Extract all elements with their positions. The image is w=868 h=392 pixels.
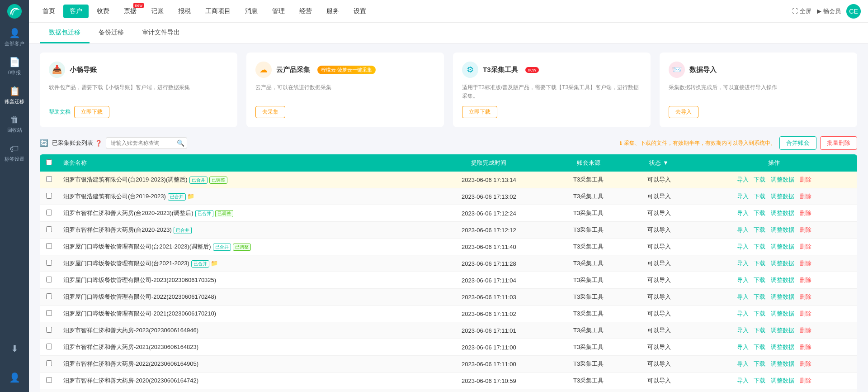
import-action[interactable]: 导入 xyxy=(735,310,750,317)
adjust-action[interactable]: 调整数据 xyxy=(769,193,796,200)
delete-action[interactable]: 删除 xyxy=(798,243,813,250)
download-t3-button[interactable]: 立即下载 xyxy=(462,106,497,118)
import-action[interactable]: 导入 xyxy=(735,293,750,300)
nav-business[interactable]: 工商项目 xyxy=(199,5,237,18)
download-action[interactable]: 下载 xyxy=(752,210,767,216)
adjust-action[interactable]: 调整数据 xyxy=(769,176,796,183)
delete-action[interactable]: 删除 xyxy=(798,193,813,200)
row-checkbox[interactable] xyxy=(46,176,52,182)
tab-data-migration[interactable]: 数据包迁移 xyxy=(40,23,90,43)
search-icon[interactable]: 🔍 xyxy=(177,139,184,147)
nav-settings[interactable]: 设置 xyxy=(347,5,373,18)
row-checkbox[interactable] xyxy=(46,226,52,232)
import-action[interactable]: 导入 xyxy=(735,260,750,267)
download-action[interactable]: 下载 xyxy=(752,360,767,367)
delete-action[interactable]: 删除 xyxy=(798,176,813,183)
adjust-action[interactable]: 调整数据 xyxy=(769,344,796,350)
nav-invoice[interactable]: 票据 new xyxy=(118,5,143,18)
adjust-action[interactable]: 调整数据 xyxy=(769,360,796,367)
delete-action[interactable]: 删除 xyxy=(798,277,813,283)
search-input[interactable] xyxy=(106,137,187,149)
row-checkbox[interactable] xyxy=(46,243,52,249)
tab-audit-export[interactable]: 审计文件导出 xyxy=(133,23,189,43)
nav-bookkeeping[interactable]: 记账 xyxy=(145,5,170,18)
adjust-action[interactable]: 调整数据 xyxy=(769,243,796,250)
download-action[interactable]: 下载 xyxy=(752,226,767,233)
import-action[interactable]: 导入 xyxy=(735,193,750,200)
download-action[interactable]: 下载 xyxy=(752,277,767,283)
help-doc-link[interactable]: 帮助文档 xyxy=(49,108,71,116)
download-action[interactable]: 下载 xyxy=(752,293,767,300)
sidebar-item-all-clients[interactable]: 👤 全部客户 xyxy=(0,23,29,52)
adjust-action[interactable]: 调整数据 xyxy=(769,277,796,283)
app-logo[interactable] xyxy=(0,0,29,23)
import-action[interactable]: 导入 xyxy=(735,277,750,283)
refresh-icon[interactable]: 🔄 xyxy=(40,139,48,147)
delete-action[interactable]: 删除 xyxy=(798,377,813,384)
download-action[interactable]: 下载 xyxy=(752,310,767,317)
download-action[interactable]: 下载 xyxy=(752,327,767,334)
sidebar-item-recycle[interactable]: 🗑 回收站 xyxy=(0,110,29,139)
sidebar-item-tag-settings[interactable]: 🏷 标签设置 xyxy=(0,139,29,167)
tab-backup-migration[interactable]: 备份迁移 xyxy=(90,23,133,43)
row-checkbox[interactable] xyxy=(46,344,52,349)
row-checkbox[interactable] xyxy=(46,260,52,266)
nav-operation[interactable]: 经营 xyxy=(293,5,318,18)
batch-delete-button[interactable]: 批量删除 xyxy=(820,136,857,150)
user-avatar[interactable]: CE xyxy=(846,4,861,19)
nav-message[interactable]: 消息 xyxy=(239,5,264,18)
nav-tax[interactable]: 报税 xyxy=(172,5,197,18)
import-action[interactable]: 导入 xyxy=(735,226,750,233)
adjust-action[interactable]: 调整数据 xyxy=(769,310,796,317)
delete-action[interactable]: 删除 xyxy=(798,260,813,267)
sidebar-item-download[interactable]: ⬇ xyxy=(0,334,29,363)
download-action[interactable]: 下载 xyxy=(752,344,767,350)
import-action[interactable]: 导入 xyxy=(735,176,750,183)
row-checkbox[interactable] xyxy=(46,293,52,299)
delete-action[interactable]: 删除 xyxy=(798,327,813,334)
delete-action[interactable]: 删除 xyxy=(798,210,813,216)
import-action[interactable]: 导入 xyxy=(735,344,750,350)
delete-action[interactable]: 删除 xyxy=(798,344,813,350)
vip-button[interactable]: ▶ 畅会员 xyxy=(817,7,841,15)
import-action[interactable]: 导入 xyxy=(735,377,750,384)
download-action[interactable]: 下载 xyxy=(752,260,767,267)
row-checkbox[interactable] xyxy=(46,377,52,383)
row-checkbox[interactable] xyxy=(46,277,52,282)
nav-service[interactable]: 服务 xyxy=(320,5,345,18)
nav-fees[interactable]: 收费 xyxy=(90,5,116,18)
adjust-action[interactable]: 调整数据 xyxy=(769,260,796,267)
adjust-action[interactable]: 调整数据 xyxy=(769,293,796,300)
merge-button[interactable]: 合并账套 xyxy=(779,136,816,150)
nav-home[interactable]: 首页 xyxy=(36,5,61,18)
adjust-action[interactable]: 调整数据 xyxy=(769,210,796,216)
import-action[interactable]: 导入 xyxy=(735,210,750,216)
download-now-button[interactable]: 立即下载 xyxy=(74,106,109,118)
import-action[interactable]: 导入 xyxy=(735,360,750,367)
go-import-button[interactable]: 去导入 xyxy=(669,106,698,118)
row-checkbox[interactable] xyxy=(46,327,52,333)
adjust-action[interactable]: 调整数据 xyxy=(769,327,796,334)
adjust-action[interactable]: 调整数据 xyxy=(769,226,796,233)
import-action[interactable]: 导入 xyxy=(735,243,750,250)
delete-action[interactable]: 删除 xyxy=(798,360,813,367)
sidebar-item-user-settings[interactable]: 👤 xyxy=(0,363,29,392)
nav-management[interactable]: 管理 xyxy=(266,5,291,18)
select-all-checkbox[interactable] xyxy=(46,159,52,165)
download-action[interactable]: 下载 xyxy=(752,193,767,200)
row-checkbox[interactable] xyxy=(46,193,52,199)
sidebar-item-zero-report[interactable]: 📄 0申报 xyxy=(0,52,29,81)
download-action[interactable]: 下载 xyxy=(752,176,767,183)
adjust-action[interactable]: 调整数据 xyxy=(769,377,796,384)
row-checkbox[interactable] xyxy=(46,360,52,366)
delete-action[interactable]: 删除 xyxy=(798,310,813,317)
delete-action[interactable]: 删除 xyxy=(798,226,813,233)
row-checkbox[interactable] xyxy=(46,310,52,316)
fullscreen-button[interactable]: ⛶ 全屏 xyxy=(792,7,811,15)
delete-action[interactable]: 删除 xyxy=(798,293,813,300)
go-collect-button[interactable]: 去采集 xyxy=(255,106,285,118)
nav-client[interactable]: 客户 xyxy=(63,5,89,18)
import-action[interactable]: 导入 xyxy=(735,327,750,334)
download-action[interactable]: 下载 xyxy=(752,243,767,250)
download-action[interactable]: 下载 xyxy=(752,377,767,384)
